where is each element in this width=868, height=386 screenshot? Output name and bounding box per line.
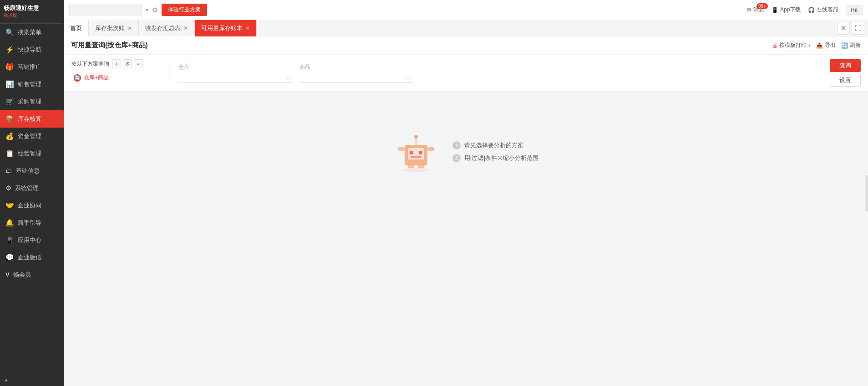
sidebar-item-operations[interactable]: 📋 经营管理 xyxy=(0,145,64,162)
scheme-icon: 🔄 xyxy=(74,74,81,82)
empty-msg-text-1: 请先选择要分析的方案 xyxy=(464,141,523,149)
message-button[interactable]: ✉ 消息 99+ xyxy=(747,6,764,14)
filter-actions: 查询 设置 xyxy=(822,59,861,87)
sidebar-item-label: 资金管理 xyxy=(18,132,41,140)
page-title: 可用量查询(按仓库+商品) xyxy=(71,41,148,50)
sidebar-item-wechat[interactable]: 💬 企业微信 xyxy=(0,249,64,266)
tab-expand-button[interactable]: ⛶ xyxy=(852,22,864,35)
refresh-icon: 🔄 xyxy=(841,42,848,49)
add-scheme-button[interactable]: + xyxy=(112,59,121,68)
filter-scheme-panel: 按以下方案查询 + ⚙ « 🔄 仓库+商品 xyxy=(71,59,171,83)
sidebar-item-label: 快捷导航 xyxy=(18,46,41,54)
svg-point-11 xyxy=(403,168,429,172)
sidebar-item-sales[interactable]: 📊 销售管理 xyxy=(0,76,64,93)
filter-scheme-actions: + ⚙ « xyxy=(112,59,143,68)
sidebar-item-purchase[interactable]: 🛒 采购管理 xyxy=(0,93,64,110)
filter-fields: 仓库 ··· 商品 ··· 查询 设置 xyxy=(171,59,861,87)
sidebar-item-marketing[interactable]: 🎁 营销推广 xyxy=(0,58,64,76)
gear-icon: ⚙ xyxy=(5,184,11,192)
topbar-gear-icon[interactable]: ⚙ xyxy=(152,6,158,14)
chart-icon: 📊 xyxy=(5,80,14,88)
sidebar-item-label: 基础信息 xyxy=(16,167,40,175)
topbar-search-input[interactable] xyxy=(69,5,142,15)
warehouse-more-icon[interactable]: ··· xyxy=(285,74,290,81)
warehouse-input[interactable] xyxy=(180,74,283,81)
tab-receive-summary[interactable]: 收发存汇总表 ✕ xyxy=(139,20,195,36)
empty-state: 1 请先选择要分析的方案 2 用[过滤]条件来缩小分析范围 xyxy=(64,93,868,211)
main-area: ▾ ⚙ 体验行业方案 ✉ 消息 99+ 📱 App下载 🎧 在线客服 Rit 首… xyxy=(64,0,868,386)
sidebar-item-label: 搜索菜单 xyxy=(18,28,41,36)
sidebar-item-system[interactable]: ⚙ 系统管理 xyxy=(0,180,64,197)
tab-available-ledger-close[interactable]: ✕ xyxy=(245,25,250,31)
goods-more-icon[interactable]: ··· xyxy=(406,74,411,81)
gift-icon: 🎁 xyxy=(5,63,14,71)
settings-scheme-button[interactable]: ⚙ xyxy=(123,59,132,68)
print-label: 按模板打印 xyxy=(779,41,807,49)
refresh-label: 刷新 xyxy=(850,41,861,49)
tab-bar: 首页 库存批次账 ✕ 收发存汇总表 ✕ 可用量库存账本 ✕ ✕ ⛶ xyxy=(64,20,868,36)
member-icon: V xyxy=(5,271,10,278)
svg-rect-7 xyxy=(408,165,414,168)
user-menu-button[interactable]: Rit xyxy=(846,5,863,15)
message-icon: ✉ xyxy=(747,7,751,13)
sidebar-item-label: 畅会员 xyxy=(13,271,31,279)
settings-button[interactable]: 设置 xyxy=(830,74,861,87)
tab-batch-account-close[interactable]: ✕ xyxy=(127,25,132,31)
svg-rect-9 xyxy=(398,147,405,151)
svg-point-2 xyxy=(410,151,413,154)
filter-scheme-header: 按以下方案查询 + ⚙ « xyxy=(71,59,165,68)
print-button[interactable]: 🖨 按模板打印 ▾ xyxy=(772,41,811,49)
search-icon: 🔍 xyxy=(5,28,14,36)
sidebar-item-inventory[interactable]: 📦 库存核算 xyxy=(0,110,64,128)
tab-close-button[interactable]: ✕ xyxy=(837,22,850,35)
sidebar-item-appcenter[interactable]: 📱 应用中心 xyxy=(0,232,64,249)
sidebar-footer[interactable]: ▲ xyxy=(0,373,64,386)
page-header-actions: 🖨 按模板打印 ▾ 📤 导出 🔄 刷新 xyxy=(772,41,861,49)
message-badge: 99+ xyxy=(756,3,768,9)
export-button[interactable]: 📤 导出 xyxy=(816,41,836,49)
collapse-scheme-button[interactable]: « xyxy=(134,59,143,68)
sidebar-item-member[interactable]: V 畅会员 xyxy=(0,266,64,283)
sidebar-nav: 🔍 搜索菜单 ⚡ 快捷导航 🎁 营销推广 📊 销售管理 🛒 采购管理 📦 库存核… xyxy=(0,24,64,373)
sidebar-item-finance[interactable]: 💰 资金管理 xyxy=(0,128,64,145)
app-label: App下载 xyxy=(780,6,801,14)
goods-input-wrapper: ··· xyxy=(299,73,413,82)
filter-area: 按以下方案查询 + ⚙ « 🔄 仓库+商品 仓库 xyxy=(64,55,868,92)
sidebar-item-search[interactable]: 🔍 搜索菜单 xyxy=(0,24,64,41)
print-chevron-icon[interactable]: ▾ xyxy=(808,43,811,48)
topbar-right: ✉ 消息 99+ 📱 App下载 🎧 在线客服 Rit xyxy=(747,5,863,15)
trial-industry-button[interactable]: 体验行业方案 xyxy=(162,4,207,16)
refresh-button[interactable]: 🔄 刷新 xyxy=(841,41,861,49)
query-button[interactable]: 查询 xyxy=(830,59,861,72)
filter-field-goods: 商品 ··· xyxy=(299,63,413,82)
goods-label: 商品 xyxy=(299,63,413,71)
tab-batch-account[interactable]: 库存批次账 ✕ xyxy=(89,20,139,36)
money-icon: 💰 xyxy=(5,132,14,140)
scheme-item-warehouse-goods[interactable]: 🔄 仓库+商品 xyxy=(71,72,165,83)
app-download-button[interactable]: 📱 App下载 xyxy=(772,6,801,14)
empty-msg-text-2: 用[过滤]条件来缩小分析范围 xyxy=(464,154,538,162)
tabs-right-actions: ✕ ⛶ xyxy=(837,22,868,35)
empty-msg-num-2: 2 xyxy=(452,154,461,162)
topbar: ▾ ⚙ 体验行业方案 ✉ 消息 99+ 📱 App下载 🎧 在线客服 Rit xyxy=(64,0,868,20)
online-service-button[interactable]: 🎧 在线客服 xyxy=(808,6,838,14)
empty-state-content: 1 请先选择要分析的方案 2 用[过滤]条件来缩小分析范围 xyxy=(393,129,538,175)
bell-icon: 🔔 xyxy=(5,219,14,227)
goods-input[interactable] xyxy=(301,74,404,81)
right-scroll-indicator xyxy=(865,175,868,211)
sidebar-item-quicknav[interactable]: ⚡ 快捷导航 xyxy=(0,41,64,58)
sidebar-item-label: 企业微信 xyxy=(18,253,41,262)
sidebar-item-baseinfo[interactable]: 🗂 基础信息 xyxy=(0,162,64,180)
tab-available-ledger[interactable]: 可用量库存账本 ✕ xyxy=(195,20,257,36)
sidebar-item-enterprise[interactable]: 🤝 企业协同 xyxy=(0,197,64,214)
service-label: 在线客服 xyxy=(817,6,838,14)
sidebar-item-label: 库存核算 xyxy=(18,115,41,123)
tab-receive-summary-close[interactable]: ✕ xyxy=(183,25,188,31)
empty-illustration xyxy=(393,129,439,175)
tab-home[interactable]: 首页 xyxy=(64,20,89,36)
topbar-chevron-icon[interactable]: ▾ xyxy=(146,7,148,13)
sidebar-item-newguide[interactable]: 🔔 新手引导 xyxy=(0,214,64,232)
print-icon: 🖨 xyxy=(772,42,777,49)
sidebar-item-label: 系统管理 xyxy=(15,184,39,192)
svg-rect-4 xyxy=(411,156,421,158)
